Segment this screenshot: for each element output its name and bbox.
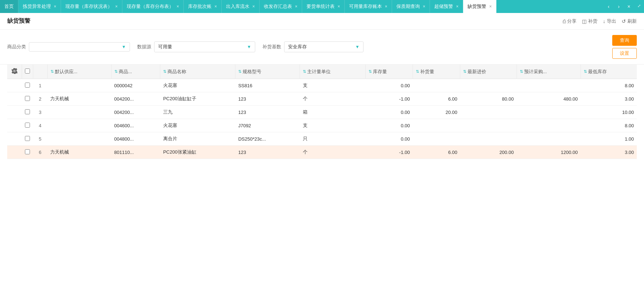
tab-close-inventory-status[interactable]: × — [115, 4, 118, 9]
row-checkbox-cell — [22, 92, 33, 106]
row-product-name: 离合片 — [160, 132, 235, 146]
tab-demand-stat[interactable]: 要货单统计表 × — [302, 0, 345, 13]
row-stock: 0.00 — [365, 132, 413, 146]
replenish-base-label: 补货基数 — [262, 44, 281, 50]
tab-close-anomaly[interactable]: × — [54, 4, 56, 9]
datasource-label: 数据源 — [137, 44, 151, 50]
tab-close-overstock[interactable]: × — [456, 4, 458, 9]
gear-icon[interactable] — [12, 68, 17, 74]
filter-area: 商品分类 ▼ 数据源 可用量 ▼ 补货基数 安全库存 ▼ 查询 设置 — [0, 30, 644, 65]
row-settings-cell — [7, 92, 22, 106]
row-spec: J7092 — [235, 119, 300, 132]
replenish-button[interactable]: ◫ 补货 — [582, 18, 597, 25]
row-replenish-qty — [413, 79, 460, 92]
row-default-supplier — [47, 79, 111, 92]
row-stock: 0.00 — [365, 106, 413, 119]
tab-batch-account[interactable]: 库存批次账 × — [184, 0, 222, 13]
row-stock: -1.00 — [365, 92, 413, 106]
datasource-select[interactable]: 可用量 ▼ — [154, 41, 255, 52]
share-icon: ⎙ — [563, 18, 566, 24]
row-product-name: 火花塞 — [160, 79, 235, 92]
row-latest-price: 80.00 — [460, 92, 517, 106]
tab-close-demand-stat[interactable]: × — [338, 4, 340, 9]
row-spec: SS816 — [235, 79, 300, 92]
tab-nav-next[interactable]: › — [614, 4, 624, 9]
row-product-code: 801110... — [111, 146, 160, 159]
tab-available-ledger[interactable]: 可用量库存账本 × — [345, 0, 392, 13]
datasource-filter-group: 数据源 可用量 ▼ — [137, 41, 255, 52]
tab-overstock[interactable]: 超储预警 × — [430, 0, 463, 13]
row-number: 1 — [33, 79, 47, 92]
row-checkbox[interactable] — [25, 109, 30, 114]
row-replenish-qty: 6.00 — [413, 92, 460, 106]
sort-icon-supplier: ⇅ — [51, 69, 54, 74]
tab-inout-flow[interactable]: 出入库流水 × — [222, 0, 260, 13]
row-replenish-qty — [413, 132, 460, 146]
tab-close-inventory-dist[interactable]: × — [177, 4, 179, 9]
row-replenish-qty — [413, 119, 460, 132]
replenish-icon: ◫ — [582, 18, 587, 24]
tab-nav-fullscreen[interactable]: ⤢ — [634, 4, 644, 8]
tab-anomaly[interactable]: 拣货异常处理 × — [18, 0, 61, 13]
row-checkbox[interactable] — [25, 83, 30, 88]
shortage-table: ⇅ 默认供应... ⇅ 商品... ⇅ 商品名称 — [7, 65, 637, 159]
row-latest-price: 200.00 — [460, 146, 517, 159]
share-button[interactable]: ⎙ 分享 — [563, 18, 576, 25]
row-min-stock: 8.00 — [580, 79, 637, 92]
query-button[interactable]: 查询 — [612, 35, 637, 46]
row-number: 4 — [33, 119, 47, 132]
row-checkbox[interactable] — [25, 149, 30, 154]
row-est-purchase — [517, 119, 580, 132]
row-checkbox-cell — [22, 119, 33, 132]
tab-close-expiry-query[interactable]: × — [423, 4, 425, 9]
sort-icon-product-name: ⇅ — [163, 69, 166, 74]
tab-close-batch-account[interactable]: × — [214, 4, 217, 9]
replenish-base-select[interactable]: 安全库存 ▼ — [284, 41, 364, 52]
tab-close-receipt-summary[interactable]: × — [295, 4, 297, 9]
row-spec: 123 — [235, 146, 300, 159]
tab-nav-prev[interactable]: ‹ — [604, 4, 614, 9]
tab-inventory-dist[interactable]: 现存量（库存分布表） × — [122, 0, 184, 13]
row-est-purchase — [517, 79, 580, 92]
row-checkbox[interactable] — [25, 123, 30, 128]
row-checkbox[interactable] — [25, 136, 30, 141]
category-select[interactable]: ▼ — [29, 42, 130, 52]
settings-button[interactable]: 设置 — [612, 48, 637, 59]
tab-nav-buttons: ‹ › × ⤢ — [604, 4, 644, 9]
row-default-supplier — [47, 119, 111, 132]
row-unit: 个 — [300, 146, 365, 159]
row-default-supplier — [47, 106, 111, 119]
th-product-name: ⇅ 商品名称 — [160, 65, 235, 79]
row-product-name: 火花塞 — [160, 119, 235, 132]
th-est-purchase: ⇅ 预计采购... — [517, 65, 580, 79]
row-est-purchase — [517, 106, 580, 119]
row-stock: 0.00 — [365, 119, 413, 132]
th-stock: ⇅ 库存量 — [365, 65, 413, 79]
row-est-purchase — [517, 132, 580, 146]
tab-close-available-ledger[interactable]: × — [385, 4, 387, 9]
table-wrapper: ⇅ 默认供应... ⇅ 商品... ⇅ 商品名称 — [0, 65, 644, 159]
tab-receipt-summary[interactable]: 收发存汇总表 × — [260, 0, 302, 13]
row-settings-cell — [7, 106, 22, 119]
export-icon: ↓ — [603, 18, 605, 24]
tab-close-inout-flow[interactable]: × — [252, 4, 255, 9]
tab-home[interactable]: 首页 — [0, 0, 18, 13]
row-replenish-qty: 6.00 — [413, 146, 460, 159]
tab-nav-close-all[interactable]: × — [624, 4, 634, 9]
refresh-button[interactable]: ↺ 刷新 — [622, 18, 637, 25]
export-button[interactable]: ↓ 导出 — [603, 18, 616, 25]
table-body: 1 0000042 火花塞 SS816 支 0.00 8.00 2 力天机械 0… — [7, 79, 637, 159]
row-product-name: PC200油缸缸子 — [160, 92, 235, 106]
sort-icon-latest-price: ⇅ — [463, 69, 466, 74]
select-all-checkbox[interactable] — [25, 69, 30, 74]
row-checkbox[interactable] — [25, 96, 30, 101]
row-unit: 箱 — [300, 106, 365, 119]
th-default-supplier: ⇅ 默认供应... — [47, 65, 111, 79]
tab-expiry-query[interactable]: 保质期查询 × — [392, 0, 430, 13]
tab-inventory-status[interactable]: 现存量（库存状况表） × — [61, 0, 122, 13]
tab-shortage[interactable]: 缺货预警 × — [463, 0, 496, 13]
row-stock: -1.00 — [365, 146, 413, 159]
row-default-supplier — [47, 132, 111, 146]
row-checkbox-cell — [22, 132, 33, 146]
tab-close-shortage[interactable]: × — [489, 4, 492, 9]
